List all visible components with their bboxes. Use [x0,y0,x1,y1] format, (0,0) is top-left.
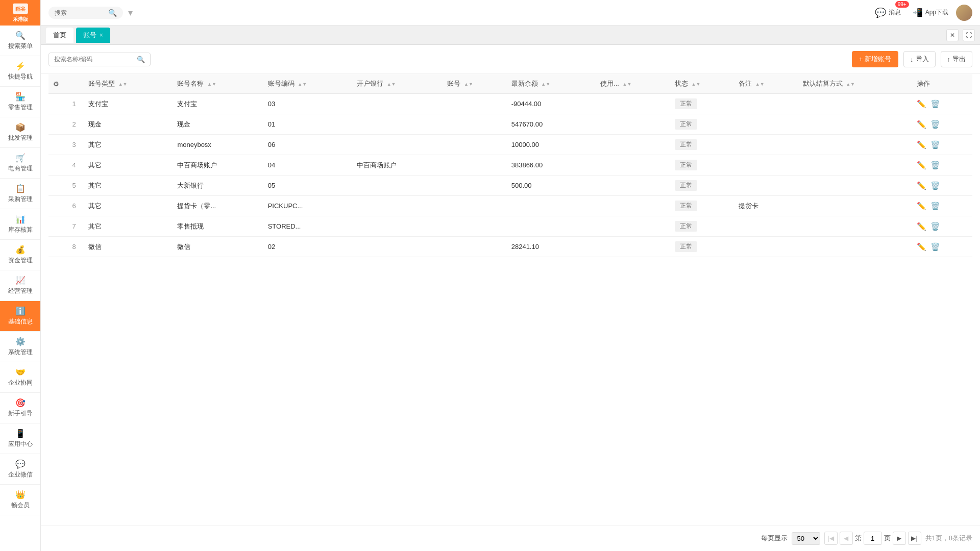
row-code-0: 03 [264,94,353,114]
sort-usage-icon: ▲▼ [623,82,632,87]
add-account-button[interactable]: + 新增账号 [852,51,898,67]
page-size-select[interactable]: 10 20 50 100 [792,532,820,545]
sidebar-item-member[interactable]: 👑 畅会员 [0,485,40,515]
row-name-2: moneybosx [173,135,263,155]
col-settings[interactable]: ⚙ [48,74,64,94]
row-balance-6 [507,216,596,237]
col-name[interactable]: 账号名称 ▲▼ [173,74,263,94]
row-settings [48,176,64,196]
prev-page-button[interactable]: ◀ [840,532,853,545]
edit-icon-5[interactable]: ✏️ [917,202,926,211]
tab-accounts[interactable]: 账号 × [76,28,110,43]
col-bank[interactable]: 开户银行 ▲▼ [353,74,443,94]
delete-icon-4[interactable]: 🗑️ [930,181,940,190]
col-num [64,74,84,94]
col-type[interactable]: 账号类型 ▲▼ [84,74,173,94]
delete-icon-1[interactable]: 🗑️ [930,120,940,129]
tab-accounts-close[interactable]: × [100,32,103,39]
row-account-0 [443,94,507,114]
topbar-right: 💬 99+ 消息 📲 App下载 [871,5,972,21]
edit-icon-2[interactable]: ✏️ [917,140,926,149]
row-actions-5: ✏️ 🗑️ [913,196,972,216]
sidebar-item-purchase-mgmt[interactable]: 📋 采购管理 [0,179,40,209]
row-actions-6: ✏️ 🗑️ [913,216,972,237]
row-account-4 [443,176,507,196]
export-button[interactable]: ↑ 导出 [941,51,973,67]
page-size-selector[interactable]: 10 20 50 100 [792,532,820,545]
edit-icon-1[interactable]: ✏️ [917,120,926,129]
user-avatar[interactable] [956,5,972,21]
row-name-5: 提货卡（零... [173,196,263,216]
delete-icon-2[interactable]: 🗑️ [930,140,940,149]
sidebar-item-enterprise-wechat[interactable]: 💬 企业微信 [0,454,40,485]
tab-close-btn[interactable]: ✕ [946,29,959,41]
row-account-1 [443,114,507,135]
sidebar-item-retail-mgmt[interactable]: 🏪 零售管理 [0,87,40,117]
sidebar-item-quick-nav[interactable]: ⚡ 快捷导航 [0,56,40,87]
delete-icon-6[interactable]: 🗑️ [930,222,940,231]
delete-icon-0[interactable]: 🗑️ [930,99,940,109]
delete-icon-7[interactable]: 🗑️ [930,242,940,252]
message-label: 消息 [889,8,901,17]
edit-icon-6[interactable]: ✏️ [917,222,926,231]
last-page-button[interactable]: ▶| [908,532,921,545]
content-toolbar: 🔍 + 新增账号 ↓ 导入 ↑ 导出 [41,45,980,74]
app-center-icon: 📱 [3,429,38,438]
sidebar-item-basic-info[interactable]: ℹ️ 基础信息 [0,301,40,332]
row-balance-0: -90444.00 [507,94,596,114]
col-usage[interactable]: 使用... ▲▼ [596,74,671,94]
topbar: 🔍 ▾ 💬 99+ 消息 📲 App下载 [41,0,980,26]
row-bank-3: 中百商场账户 [353,155,443,176]
edit-icon-4[interactable]: ✏️ [917,181,926,190]
sidebar-item-inventory[interactable]: 📊 库存核算 [0,209,40,240]
enterprise-wechat-icon: 💬 [3,459,38,469]
tab-home-label: 首页 [53,31,66,40]
edit-icon-7[interactable]: ✏️ [917,242,926,252]
row-num-7: 8 [64,237,84,257]
next-page-button[interactable]: ▶ [893,532,906,545]
tab-expand-btn[interactable]: ⛶ [963,29,975,41]
content-search-icon: 🔍 [137,56,145,63]
sidebar-item-beginner-guide[interactable]: 🎯 新手引导 [0,393,40,423]
row-balance-2: 10000.00 [507,135,596,155]
edit-icon-3[interactable]: ✏️ [917,161,926,170]
sidebar-item-ops-mgmt[interactable]: 📈 经营管理 [0,270,40,301]
sidebar-item-enterprise-agreement[interactable]: 🤝 企业协同 [0,362,40,393]
topbar-search-input[interactable] [55,9,106,16]
sidebar-logo: 稻谷 乐港版 [0,0,40,26]
page-number-input[interactable] [864,532,882,545]
app-download-button[interactable]: 📲 App下载 [913,8,948,17]
row-bank-4 [353,176,443,196]
retail-mgmt-icon: 🏪 [3,92,38,102]
tab-home[interactable]: 首页 [46,28,74,43]
row-usage-1 [596,114,671,135]
sidebar-item-search-menu[interactable]: 🔍 搜索菜单 [0,26,40,56]
first-page-button[interactable]: |◀ [824,532,838,545]
sidebar-item-sys-mgmt[interactable]: ⚙️ 系统管理 [0,332,40,362]
col-account[interactable]: 账号 ▲▼ [443,74,507,94]
import-button[interactable]: ↓ 导入 [903,51,936,67]
quick-nav-icon: ⚡ [3,61,38,71]
topbar-dropdown-icon[interactable]: ▾ [128,7,133,18]
edit-icon-0[interactable]: ✏️ [917,99,926,109]
row-balance-7: 28241.10 [507,237,596,257]
col-remark[interactable]: 备注 ▲▼ [734,74,798,94]
col-balance[interactable]: 最新余额 ▲▼ [507,74,596,94]
delete-icon-3[interactable]: 🗑️ [930,161,940,170]
content-search-input[interactable] [54,56,134,63]
message-button[interactable]: 💬 99+ 消息 [871,5,905,20]
sidebar-item-finance-mgmt[interactable]: 💰 资金管理 [0,240,40,270]
row-bank-6 [353,216,443,237]
sidebar-item-wholesale-mgmt[interactable]: 📦 批发管理 [0,117,40,148]
topbar-search-box[interactable]: 🔍 [48,7,123,19]
col-code[interactable]: 账号编码 ▲▼ [264,74,353,94]
row-remark-5: 提货卡 [734,196,798,216]
row-account-2 [443,135,507,155]
col-default-payment[interactable]: 默认结算方式 ▲▼ [799,74,913,94]
delete-icon-5[interactable]: 🗑️ [930,202,940,211]
row-settings [48,155,64,176]
sidebar-item-ecommerce-mgmt[interactable]: 🛒 电商管理 [0,148,40,179]
col-status[interactable]: 状态 ▲▼ [671,74,734,94]
sidebar-item-app-center[interactable]: 📱 应用中心 [0,423,40,454]
content-search-box[interactable]: 🔍 [48,53,151,66]
